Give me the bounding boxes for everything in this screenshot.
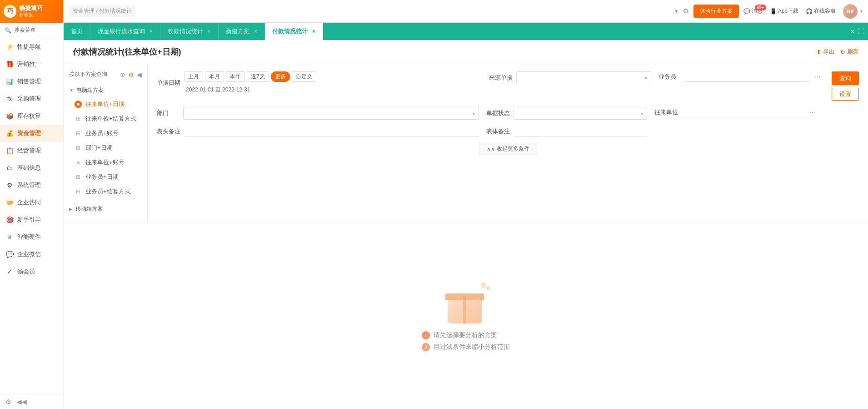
date-btn-last-month[interactable]: 上月 bbox=[184, 71, 203, 82]
sidebar-item-hardware[interactable]: 🖥 智能硬件 bbox=[0, 228, 63, 246]
avatar[interactable]: Rit bbox=[843, 4, 858, 19]
sidebar-item-system[interactable]: ⚙ 系统管理 bbox=[0, 177, 63, 194]
grid-icon-4: ⊞ bbox=[75, 173, 82, 181]
sidebar-collapse-btn[interactable]: ◀◀ bbox=[17, 398, 27, 405]
sidebar-item-sales[interactable]: 📊 销售管理 bbox=[0, 73, 63, 90]
system-icon: ⚙ bbox=[5, 181, 14, 189]
tab-fullscreen-btn[interactable]: ⛶ bbox=[858, 28, 864, 35]
dept-select[interactable]: ▾ bbox=[183, 107, 479, 120]
scheme-collapse-icon[interactable]: ◀ bbox=[137, 71, 142, 78]
collapse-icon: ∧∧ bbox=[487, 146, 495, 152]
topbar-right: 💬 消息 99+ 📱 App下载 🎧 在线客服 Rit ▾ bbox=[743, 4, 863, 19]
quick-nav-icon: ⚡ bbox=[5, 43, 14, 51]
scheme-item-salesperson-settlement[interactable]: ⊞ 业务员+结算方式 bbox=[64, 184, 147, 199]
tab-close-all-btn[interactable]: ✕ bbox=[850, 28, 855, 35]
sidebar-search[interactable]: 🔍 搜索菜单 bbox=[0, 23, 63, 38]
scheme-active-icon bbox=[75, 101, 82, 108]
tab-payment-stats-close[interactable]: × bbox=[312, 28, 315, 35]
scheme-item-partner-account[interactable]: ≡ 往来单位+账号 bbox=[64, 155, 147, 170]
collapse-btn[interactable]: ∧∧ 收起更多条件 bbox=[479, 143, 537, 155]
doc-status-select[interactable]: ▾ bbox=[514, 107, 647, 120]
scheme-item-dept-date[interactable]: ⊞ 部门+日期 bbox=[64, 141, 147, 155]
refresh-btn[interactable]: ↻ 刷新 bbox=[840, 48, 859, 56]
grid-icon-5: ⊞ bbox=[75, 188, 82, 195]
sidebar-item-operations[interactable]: 📋 经营管理 bbox=[0, 142, 63, 159]
export-btn[interactable]: ⬆ 导出 bbox=[816, 48, 835, 56]
message-btn[interactable]: 💬 消息 99+ bbox=[743, 7, 763, 15]
date-btn-more[interactable]: 更多 bbox=[271, 71, 290, 82]
sidebar-item-basics[interactable]: 🗂 基础信息 bbox=[0, 159, 63, 177]
chevron-down-icon-status: ▾ bbox=[641, 111, 643, 116]
sidebar-item-purchase[interactable]: 🛍 采购管理 bbox=[0, 90, 63, 107]
sidebar-item-enterprise[interactable]: 🤝 企业协同 bbox=[0, 194, 63, 211]
scheme-section-header-mobile[interactable]: ▶ 移动端方案 bbox=[64, 202, 147, 216]
filter-body-note: 表体备注 bbox=[486, 126, 647, 136]
source-doc-select[interactable]: ▾ bbox=[516, 71, 651, 84]
tab-new-scheme[interactable]: 新建方案 × bbox=[219, 23, 265, 40]
tab-home[interactable]: 首页 bbox=[64, 23, 90, 40]
sidebar-item-inventory[interactable]: 📦 库存核算 bbox=[0, 107, 63, 125]
tab-new-scheme-close[interactable]: × bbox=[254, 28, 257, 35]
scheme-item-salesperson-date[interactable]: ⊞ 业务员+日期 bbox=[64, 170, 147, 184]
filter-row-2: 部门 ▾ 单据状态 ▾ 往来单位 bbox=[157, 107, 859, 120]
basics-icon: 🗂 bbox=[5, 164, 14, 172]
sidebar-item-guide[interactable]: 🎯 新手引导 bbox=[0, 211, 63, 228]
message-icon: 💬 bbox=[743, 8, 750, 15]
date-btn-group: 上月 本月 本年 近7天 更多 自定义 bbox=[184, 71, 316, 82]
partner-input[interactable] bbox=[682, 107, 804, 117]
grid-icon-3: ⊞ bbox=[75, 144, 82, 151]
scheme-item-partner-settlement[interactable]: ⊞ 往来单位+结算方式 bbox=[64, 111, 147, 126]
scheme-settings-icon[interactable]: ⚙ bbox=[128, 71, 134, 78]
export-icon: ⬆ bbox=[816, 49, 821, 56]
operations-icon: 📋 bbox=[5, 146, 14, 155]
arrow-down-icon: ▼ bbox=[69, 88, 74, 93]
filter-actions: 查询 设置 bbox=[832, 71, 859, 101]
app-download-btn[interactable]: 📱 App下载 bbox=[770, 7, 798, 15]
tab-receipt-stats-close[interactable]: × bbox=[208, 28, 211, 35]
scheme-item-salesperson-account[interactable]: ⊞ 业务员+账号 bbox=[64, 126, 147, 141]
topbar-settings-icon[interactable]: ⚙ bbox=[683, 7, 689, 15]
scheme-section-mobile: ▶ 移动端方案 bbox=[64, 201, 147, 217]
vip-icon: ✓ bbox=[5, 268, 14, 276]
grid-icon-2: ⊞ bbox=[75, 130, 82, 137]
setting-btn[interactable]: 设置 bbox=[832, 88, 859, 101]
tab-bank-flow[interactable]: 现金银行流水查询 × bbox=[90, 23, 160, 40]
sidebar-item-weixin[interactable]: 💬 企业微信 bbox=[0, 246, 63, 263]
tab-bank-flow-close[interactable]: × bbox=[150, 28, 153, 35]
topbar: 资金管理 / 付款情况统计 ▾ ⚙ 体验行业方案 💬 消息 99+ 📱 App下… bbox=[64, 0, 868, 23]
sidebar-item-vip[interactable]: ✓ 畅会员 bbox=[0, 263, 63, 280]
topbar-chevron-icon[interactable]: ▾ bbox=[675, 8, 678, 15]
user-area[interactable]: Rit ▾ bbox=[843, 4, 863, 19]
date-btn-custom[interactable]: 自定义 bbox=[292, 71, 316, 82]
header-note-input[interactable] bbox=[184, 126, 479, 136]
filter-source-doc: 来源单据 ▾ bbox=[489, 71, 651, 84]
sidebar-footer: ⚙ ◀◀ bbox=[0, 394, 63, 409]
partner-more-btn[interactable]: ··· bbox=[809, 108, 815, 116]
tab-payment-stats[interactable]: 付款情况统计 × bbox=[265, 23, 323, 40]
trial-btn[interactable]: 体验行业方案 bbox=[693, 5, 739, 18]
salesperson-input[interactable] bbox=[685, 71, 809, 82]
refresh-icon: ↻ bbox=[840, 49, 845, 56]
query-btn[interactable]: 查询 bbox=[832, 71, 859, 85]
date-btn-this-year[interactable]: 本年 bbox=[226, 71, 245, 82]
body-note-input[interactable] bbox=[514, 126, 647, 136]
sidebar-item-finance[interactable]: 💰 资金管理 bbox=[0, 125, 63, 142]
date-range-input[interactable] bbox=[184, 86, 257, 94]
date-btn-this-month[interactable]: 本月 bbox=[205, 71, 224, 82]
sidebar-item-marketing[interactable]: 🎁 营销推广 bbox=[0, 56, 63, 73]
filter-row-3: 表头备注 表体备注 bbox=[157, 126, 859, 136]
scheme-panel: 按以下方案查询 ⊕ ⚙ ◀ ▼ 电脑端方案 bbox=[64, 64, 148, 222]
content-area: 付款情况统计(往来单位+日期) ⬆ 导出 ↻ 刷新 按以下方案查询 ⊕ bbox=[64, 40, 868, 409]
sidebar-settings-btn[interactable]: ⚙ bbox=[5, 398, 11, 405]
service-btn[interactable]: 🎧 在线客服 bbox=[806, 7, 836, 15]
scheme-section-header-desktop[interactable]: ▼ 电脑端方案 bbox=[64, 84, 147, 97]
logo-text: 畅捷通巧 标准版 bbox=[19, 5, 43, 18]
sidebar-header: 巧 畅捷通巧 标准版 bbox=[0, 0, 63, 23]
sidebar-item-quick-nav[interactable]: ⚡ 快捷导航 bbox=[0, 38, 63, 56]
salesperson-more-btn[interactable]: ··· bbox=[815, 73, 821, 81]
scheme-item-partner-date[interactable]: 往来单位+日期 bbox=[64, 97, 147, 111]
scheme-add-icon[interactable]: ⊕ bbox=[120, 71, 125, 78]
chevron-down-icon: ▾ bbox=[860, 9, 863, 14]
tab-receipt-stats[interactable]: 收款情况统计 × bbox=[160, 23, 219, 40]
date-btn-7days[interactable]: 近7天 bbox=[247, 71, 269, 82]
